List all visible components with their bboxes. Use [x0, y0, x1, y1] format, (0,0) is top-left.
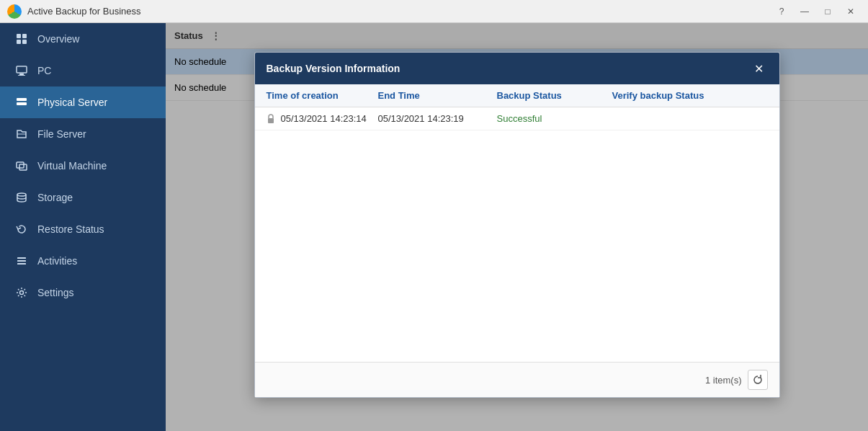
help-button[interactable]: ?	[771, 4, 792, 19]
refresh-button[interactable]	[748, 370, 768, 390]
sidebar-label-pc: PC	[37, 65, 51, 76]
sidebar-item-physical-server[interactable]: Physical Server	[0, 86, 166, 118]
modal-close-button[interactable]: ✕	[751, 60, 768, 77]
svg-point-18	[20, 291, 24, 295]
svg-point-10	[24, 103, 25, 105]
lock-icon	[267, 113, 281, 124]
svg-rect-4	[17, 66, 27, 73]
row-backup-status: Successful	[497, 113, 612, 124]
sidebar-label-file-server: File Server	[37, 128, 86, 140]
title-bar: Active Backup for Business ? — □ ✕	[0, 0, 868, 23]
app-icon	[7, 4, 22, 19]
sidebar-label-physical-server: Physical Server	[37, 97, 107, 108]
table-row[interactable]: 05/13/2021 14:23:14 05/13/2021 14:23:19 …	[255, 107, 779, 130]
sidebar-label-restore-status: Restore Status	[37, 223, 104, 235]
backup-status-value: Successful	[497, 113, 542, 124]
sidebar-item-file-server[interactable]: File Server	[0, 118, 166, 150]
sidebar-label-settings: Settings	[37, 287, 74, 298]
modal-overlay: Backup Version Information ✕ Time of cre…	[166, 23, 868, 431]
svg-rect-19	[268, 118, 274, 123]
server-icon	[14, 95, 29, 110]
title-bar-left: Active Backup for Business	[7, 4, 141, 19]
modal-table-header: Time of creation End Time Backup Status …	[255, 84, 779, 107]
svg-rect-1	[22, 34, 27, 38]
svg-rect-6	[18, 75, 25, 76]
svg-rect-15	[17, 257, 26, 259]
modal-footer: 1 item(s)	[255, 362, 779, 397]
modal-title: Backup Version Information	[267, 63, 401, 74]
monitor-icon	[14, 63, 29, 78]
restore-icon	[14, 222, 29, 236]
svg-rect-16	[17, 260, 26, 262]
modal-header: Backup Version Information ✕	[255, 53, 779, 84]
sidebar-label-virtual-machine: Virtual Machine	[37, 160, 107, 172]
svg-rect-2	[17, 40, 21, 44]
svg-rect-0	[17, 34, 21, 38]
column-header-time-creation: Time of creation	[267, 90, 378, 101]
gear-icon	[14, 285, 29, 300]
modal-table: Time of creation End Time Backup Status …	[255, 84, 779, 362]
sidebar-item-storage[interactable]: Storage	[0, 182, 166, 213]
svg-point-9	[24, 99, 25, 100]
svg-rect-12	[17, 162, 24, 168]
minimize-button[interactable]: —	[795, 4, 815, 19]
activities-icon	[14, 254, 29, 268]
svg-rect-3	[22, 40, 27, 44]
sidebar-label-activities: Activities	[37, 255, 77, 267]
items-count: 1 item(s)	[705, 375, 742, 386]
maximize-button[interactable]: □	[818, 4, 838, 19]
column-header-backup-status: Backup Status	[497, 90, 612, 101]
sidebar-item-pc[interactable]: PC	[0, 55, 166, 86]
sidebar-item-activities[interactable]: Activities	[0, 245, 166, 277]
main-layout: Overview PC Physical Serv	[0, 23, 868, 431]
sidebar-label-storage: Storage	[37, 192, 73, 203]
content-area: Status ⋮ No schedule No schedule	[166, 23, 868, 431]
sidebar-label-overview: Overview	[37, 33, 79, 45]
backup-version-modal: Backup Version Information ✕ Time of cre…	[254, 52, 780, 398]
column-header-end-time: End Time	[378, 90, 497, 101]
file-server-icon	[14, 127, 29, 141]
title-bar-controls: ? — □ ✕	[771, 4, 861, 19]
svg-rect-13	[19, 164, 27, 170]
grid-icon	[14, 32, 29, 46]
column-header-verify-status: Verify backup Status	[612, 90, 768, 101]
storage-icon	[14, 190, 29, 205]
row-end-time: 05/13/2021 14:23:19	[378, 113, 497, 124]
sidebar-item-overview[interactable]: Overview	[0, 23, 166, 55]
virtual-icon	[14, 159, 29, 173]
close-button[interactable]: ✕	[841, 4, 861, 19]
sidebar-item-settings[interactable]: Settings	[0, 277, 166, 308]
svg-point-14	[17, 193, 26, 196]
window-title: Active Backup for Business	[27, 6, 141, 17]
svg-rect-17	[17, 263, 26, 265]
sidebar: Overview PC Physical Serv	[0, 23, 166, 431]
sidebar-item-virtual-machine[interactable]: Virtual Machine	[0, 150, 166, 182]
sidebar-item-restore-status[interactable]: Restore Status	[0, 213, 166, 245]
svg-rect-5	[19, 74, 24, 75]
row-time-creation: 05/13/2021 14:23:14	[281, 113, 378, 124]
